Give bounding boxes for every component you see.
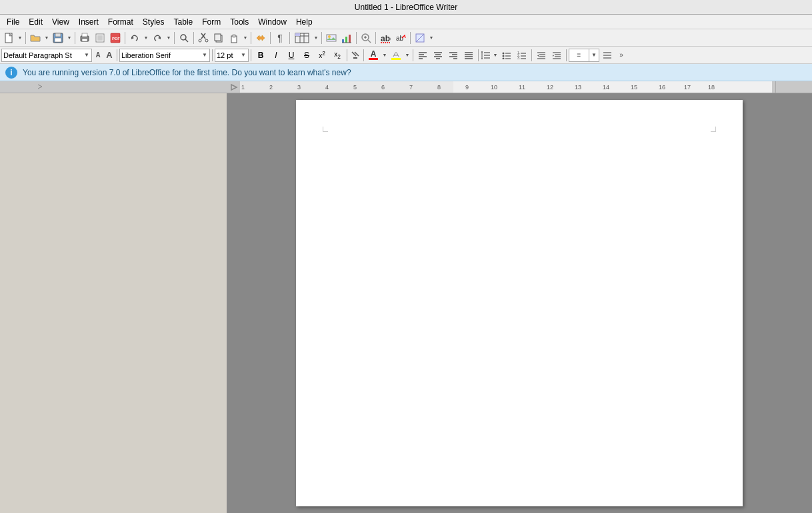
- increase-indent-button[interactable]: [549, 49, 564, 62]
- clear-formatting-button[interactable]: [349, 49, 361, 62]
- page-scroll[interactable]: [227, 93, 812, 513]
- paragraph-spacing-button[interactable]: [600, 49, 615, 62]
- strikethrough-button[interactable]: S: [299, 49, 314, 62]
- svg-point-68: [503, 57, 505, 59]
- sep-fmt8: [531, 49, 532, 61]
- print-preview-button[interactable]: [93, 31, 107, 45]
- zoom-button[interactable]: [359, 31, 373, 45]
- align-center-button[interactable]: [431, 49, 445, 62]
- paragraph-style-input[interactable]: Default Paragraph St: [2, 49, 82, 61]
- svg-marker-80: [537, 55, 539, 57]
- superscript-button[interactable]: x2: [315, 49, 329, 62]
- heading-style-dropdown[interactable]: ≡: [569, 49, 589, 61]
- menu-insert[interactable]: Insert: [75, 16, 103, 28]
- font-name-input[interactable]: Liberation Serif: [120, 49, 200, 61]
- svg-text:PDF: PDF: [112, 37, 120, 41]
- svg-rect-5: [82, 39, 87, 41]
- font-size-decrease[interactable]: A: [93, 48, 103, 63]
- shapes-button[interactable]: [413, 31, 427, 45]
- redo-dropdown[interactable]: ▼: [165, 31, 172, 45]
- svg-rect-2: [55, 33, 61, 37]
- menu-help[interactable]: Help: [292, 16, 317, 28]
- font-size-increase[interactable]: A: [104, 48, 115, 63]
- print-button[interactable]: [77, 31, 92, 45]
- style-dropdown-arrow[interactable]: ▼: [82, 52, 91, 58]
- menu-format[interactable]: Format: [104, 16, 137, 28]
- menu-view[interactable]: View: [48, 16, 73, 28]
- align-justify-button[interactable]: [461, 49, 476, 62]
- font-dropdown-arrow[interactable]: ▼: [200, 52, 209, 58]
- heading-style-container: ≡ ▼: [569, 49, 599, 62]
- menu-tools[interactable]: Tools: [226, 16, 253, 28]
- font-color-button[interactable]: A: [366, 49, 381, 62]
- redo-button[interactable]: [150, 31, 165, 45]
- autocorrect-button[interactable]: ab: [393, 31, 408, 45]
- menu-table[interactable]: Table: [170, 16, 197, 28]
- heading-dropdown-arrow[interactable]: ▼: [589, 52, 599, 58]
- line-spacing-button[interactable]: [481, 50, 491, 61]
- align-right-button[interactable]: [446, 49, 461, 62]
- document-page[interactable]: [296, 100, 743, 506]
- svg-rect-6: [82, 33, 87, 37]
- sep-fmt5: [363, 49, 364, 61]
- open-button[interactable]: [28, 31, 43, 45]
- undo-dropdown[interactable]: ▼: [143, 31, 149, 45]
- svg-rect-20: [215, 34, 221, 41]
- svg-rect-8: [97, 35, 103, 41]
- page-content[interactable]: [296, 100, 743, 506]
- insert-table-dropdown[interactable]: ▼: [313, 31, 319, 45]
- toolbar-formatting: Default Paragraph St ▼ A A Liberation Se…: [0, 47, 812, 64]
- tab-marker[interactable]: [230, 83, 238, 93]
- paste-dropdown[interactable]: ▼: [242, 31, 249, 45]
- decrease-indent-button[interactable]: [534, 49, 549, 62]
- menu-edit[interactable]: Edit: [25, 16, 47, 28]
- size-dropdown-arrow[interactable]: ▼: [239, 52, 248, 58]
- font-size-input[interactable]: 12 pt: [215, 49, 239, 61]
- info-icon: i: [5, 67, 17, 79]
- ordered-list-button[interactable]: 1. 2. 3.: [515, 49, 529, 62]
- align-left-button[interactable]: [415, 49, 430, 62]
- corner-mark-tr: [711, 127, 716, 132]
- svg-rect-30: [342, 39, 344, 43]
- paragraph-marks-button[interactable]: ¶: [273, 31, 287, 45]
- sep11: [375, 32, 376, 44]
- new-button[interactable]: [1, 31, 16, 45]
- italic-button[interactable]: I: [269, 49, 283, 62]
- menu-styles[interactable]: Styles: [139, 16, 169, 28]
- paste-button[interactable]: [227, 31, 241, 45]
- save-button[interactable]: [51, 31, 65, 45]
- clone-format-button[interactable]: [253, 31, 268, 45]
- font-color-dropdown[interactable]: ▼: [381, 48, 388, 63]
- open-dropdown[interactable]: ▼: [43, 31, 50, 45]
- find-button[interactable]: [177, 31, 191, 45]
- copy-button[interactable]: [211, 31, 226, 45]
- sep9: [321, 32, 322, 44]
- underline-button[interactable]: U: [284, 49, 299, 62]
- insert-table-button[interactable]: [292, 31, 312, 45]
- insert-chart-button[interactable]: [339, 31, 354, 45]
- menu-file[interactable]: File: [3, 16, 23, 28]
- cut-button[interactable]: [196, 31, 211, 45]
- sep3: [125, 32, 125, 44]
- main-area: 1 2 3 4 5 6 7 8 9 10 11 12 13 14: [0, 81, 812, 513]
- menu-window[interactable]: Window: [254, 16, 291, 28]
- new-dropdown[interactable]: ▼: [17, 31, 23, 45]
- subscript-button[interactable]: x2: [330, 49, 345, 62]
- line-spacing-dropdown[interactable]: ▼: [492, 48, 499, 63]
- spelling-button[interactable]: abc: [378, 31, 393, 45]
- menu-form[interactable]: Form: [198, 16, 225, 28]
- info-message: You are running version 7.0 of LibreOffi…: [23, 68, 351, 77]
- highlighting-button[interactable]: [389, 49, 403, 62]
- svg-rect-27: [295, 33, 300, 36]
- save-dropdown[interactable]: ▼: [66, 31, 73, 45]
- shapes-dropdown[interactable]: ▼: [428, 31, 435, 45]
- bold-button[interactable]: B: [253, 49, 268, 62]
- export-pdf-button[interactable]: PDF: [108, 31, 123, 45]
- insert-image-button[interactable]: [324, 31, 339, 45]
- more-button[interactable]: »: [615, 48, 627, 63]
- unordered-list-button[interactable]: [499, 49, 514, 62]
- undo-button[interactable]: [127, 31, 142, 45]
- title-bar: Untitled 1 - LibreOffice Writer: [0, 0, 812, 15]
- sep2: [75, 32, 75, 44]
- highlighting-dropdown[interactable]: ▼: [404, 48, 411, 63]
